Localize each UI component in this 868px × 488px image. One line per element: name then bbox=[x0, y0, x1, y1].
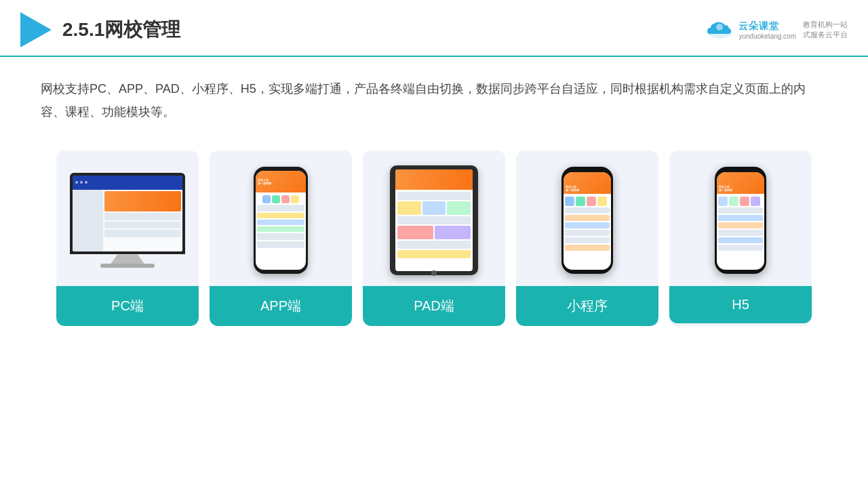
pc-nav-bar bbox=[73, 176, 182, 189]
tablet-row-1 bbox=[397, 192, 471, 200]
brand-text: 云朵课堂 yunduoketang.com bbox=[738, 20, 796, 40]
tablet-header bbox=[395, 169, 473, 190]
pc-row-3 bbox=[104, 230, 181, 237]
brand-logo: 云朵课堂 yunduoketang.com bbox=[705, 19, 796, 41]
card-h5-image: 职达人的第一堂网课 bbox=[669, 150, 812, 286]
phone-header: 职达人的第一堂网课 bbox=[256, 171, 306, 192]
phone-icon-4 bbox=[291, 195, 299, 203]
header-left: 2.5.1网校管理 bbox=[20, 12, 180, 47]
tablet-card-5 bbox=[435, 226, 471, 239]
phone-device-mock: 职达人的第一堂网课 bbox=[254, 167, 308, 274]
miniphone-device-mock-1: 职达人的第一堂网课 bbox=[561, 167, 613, 274]
tablet-card-4 bbox=[397, 226, 433, 239]
card-h5-label: H5 bbox=[669, 286, 812, 323]
card-miniprogram: 职达人的第一堂网课 bbox=[516, 150, 658, 326]
phone-row-2 bbox=[257, 213, 304, 218]
card-pc: PC端 bbox=[56, 150, 199, 326]
mini-row-1 bbox=[565, 207, 610, 214]
pc-dot-3 bbox=[85, 181, 87, 184]
pc-main bbox=[103, 190, 182, 252]
tablet-row-3 bbox=[397, 241, 471, 249]
tablet-row-4 bbox=[397, 250, 471, 258]
phone-body bbox=[256, 192, 306, 249]
phone-row-5 bbox=[257, 233, 304, 240]
miniphone-device-mock-2: 职达人的第一堂网课 bbox=[715, 167, 766, 274]
tablet-body bbox=[395, 190, 473, 260]
phone-icon-2 bbox=[272, 195, 280, 203]
tablet-screen bbox=[395, 169, 473, 271]
svg-point-1 bbox=[716, 24, 723, 30]
page-title: 2.5.1网校管理 bbox=[62, 17, 180, 43]
card-app-label: APP端 bbox=[210, 286, 352, 326]
pc-dot-2 bbox=[80, 181, 83, 184]
card-pad: PAD端 bbox=[363, 150, 505, 326]
card-app: 职达人的第一堂网课 bbox=[210, 150, 352, 326]
mini-icon-1 bbox=[565, 197, 574, 206]
miniphone-body-1 bbox=[564, 194, 611, 252]
mini-row-2 bbox=[565, 215, 610, 221]
card-miniprogram-image: 职达人的第一堂网课 bbox=[516, 150, 658, 286]
cards-container: PC端 职达人的第一堂网课 bbox=[0, 130, 868, 353]
phone-row-1 bbox=[257, 205, 304, 211]
tablet-device-mock bbox=[390, 165, 478, 275]
card-h5: 职达人的第一堂网课 bbox=[669, 150, 812, 326]
pc-base bbox=[100, 264, 155, 268]
phone-row-6 bbox=[257, 241, 304, 248]
pc-banner bbox=[104, 191, 181, 212]
header-right: 云朵课堂 yunduoketang.com 教育机构一站式服务云平台 bbox=[705, 19, 848, 41]
phone-icon-row bbox=[257, 194, 304, 203]
phone-icon-1 bbox=[262, 195, 271, 203]
mini2-icon-1 bbox=[718, 197, 728, 206]
card-pc-label: PC端 bbox=[56, 286, 199, 326]
mini2-row-2 bbox=[718, 215, 763, 221]
miniphone-topbar-2: 职达人的第一堂网课 bbox=[717, 172, 764, 194]
phone-header-text: 职达人的第一堂网课 bbox=[258, 178, 271, 185]
miniphone-icon-grid-1 bbox=[565, 195, 610, 206]
pc-body bbox=[73, 190, 182, 252]
pc-row-1 bbox=[104, 213, 181, 220]
miniphone-topbar-1: 职达人的第一堂网课 bbox=[564, 172, 611, 194]
mini2-row-4 bbox=[718, 230, 763, 236]
mini2-row-5 bbox=[718, 237, 763, 243]
header: 2.5.1网校管理 云朵课堂 yunduoketang.com 教育机构一站式服… bbox=[0, 0, 868, 57]
miniphone-notch-2 bbox=[731, 167, 750, 172]
phone-row-3 bbox=[257, 220, 304, 225]
miniphone-screen-1: 职达人的第一堂网课 bbox=[564, 172, 611, 270]
mini2-row-1 bbox=[718, 207, 763, 214]
tablet-home-btn bbox=[431, 270, 437, 276]
pc-stand bbox=[111, 254, 144, 264]
pc-monitor bbox=[70, 173, 185, 254]
phone-screen: 职达人的第一堂网课 bbox=[256, 171, 306, 270]
brand-name: 云朵课堂 bbox=[738, 20, 779, 33]
miniphone-topbar-txt-1: 职达人的第一堂网课 bbox=[566, 185, 579, 192]
tablet-card-1 bbox=[397, 201, 421, 215]
mini-icon-3 bbox=[587, 197, 596, 206]
card-pc-image bbox=[56, 150, 199, 286]
mini-row-5 bbox=[565, 237, 610, 243]
miniphone-topbar-txt-2: 职达人的第一堂网课 bbox=[719, 185, 732, 192]
mini2-icon-4 bbox=[751, 197, 760, 206]
phone-row-4 bbox=[257, 226, 304, 232]
mini-row-6 bbox=[565, 245, 610, 251]
phone-icon-3 bbox=[281, 195, 290, 203]
mini2-row-6 bbox=[718, 245, 763, 251]
card-miniprogram-label: 小程序 bbox=[516, 286, 658, 326]
mini-icon-2 bbox=[576, 197, 585, 206]
mini-row-3 bbox=[565, 222, 610, 228]
pc-device-mock bbox=[70, 173, 185, 268]
pc-sidebar bbox=[73, 190, 103, 252]
cloud-logo-icon bbox=[705, 19, 734, 41]
tablet-card-3 bbox=[447, 201, 471, 215]
card-pad-image bbox=[363, 150, 505, 286]
pc-dot-1 bbox=[75, 181, 78, 184]
brand-sub: yunduoketang.com bbox=[738, 33, 796, 40]
tablet-card-row-2 bbox=[397, 226, 471, 239]
tablet-card-2 bbox=[422, 201, 446, 215]
mini2-icon-2 bbox=[729, 197, 738, 206]
mini2-icon-3 bbox=[740, 197, 749, 206]
brand-tagline: 教育机构一站式服务云平台 bbox=[803, 20, 848, 41]
pc-screen bbox=[73, 176, 182, 251]
card-app-image: 职达人的第一堂网课 bbox=[210, 150, 352, 286]
miniphone-icon-grid-2 bbox=[718, 195, 763, 206]
mini2-row-3 bbox=[718, 222, 763, 228]
